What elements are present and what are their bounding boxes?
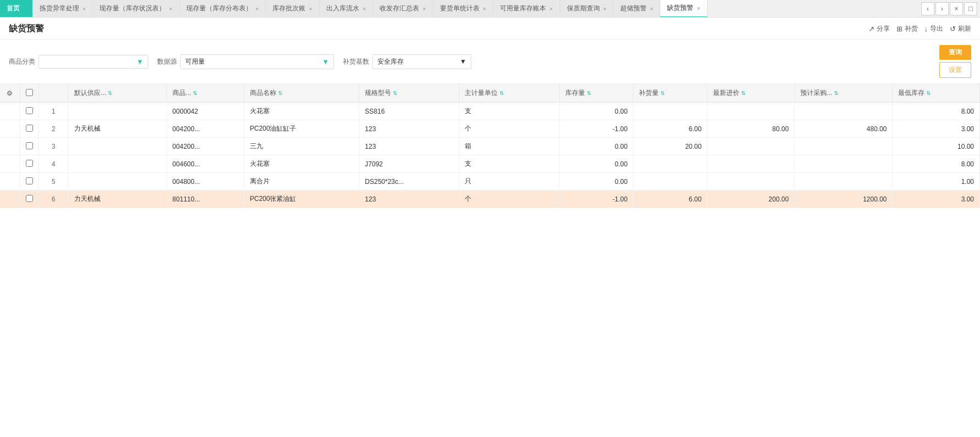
tab-expiry-query[interactable]: 保质期查询 ×	[560, 0, 614, 18]
tab-in-out-flow-close[interactable]: ×	[363, 5, 366, 12]
tab-batch-account[interactable]: 库存批次账 ×	[266, 0, 319, 18]
query-button[interactable]: 查询	[939, 45, 971, 60]
row-checkbox-0[interactable]	[26, 107, 33, 114]
select-all-checkbox[interactable]	[26, 89, 33, 96]
row-checkbox-cell-5[interactable]	[20, 191, 38, 208]
category-select[interactable]: ▼	[38, 55, 148, 69]
col-default-supplier[interactable]: 默认供应... ⇅	[69, 84, 166, 103]
tab-order-stats-close[interactable]: ×	[483, 5, 486, 12]
tab-overstock-close[interactable]: ×	[650, 5, 653, 12]
tab-batch-account-close[interactable]: ×	[309, 5, 312, 12]
table-container: ⚙ 默认供应... ⇅ 商品...	[0, 84, 980, 208]
tab-overstock[interactable]: 超储预警 ×	[614, 0, 660, 18]
datasource-chevron: ▼	[322, 58, 329, 66]
table-header-row: ⚙ 默认供应... ⇅ 商品...	[0, 84, 980, 103]
col-spec-sort: ⇅	[393, 90, 397, 96]
col-checkbox[interactable]	[20, 84, 38, 103]
export-button[interactable]: ↓ 导出	[925, 24, 944, 33]
row-checkbox-cell-1[interactable]	[20, 120, 38, 138]
col-replenish-qty[interactable]: 补货量 ⇅	[633, 84, 708, 103]
base-filter-group: 补货基数 安全库存 ▼	[343, 54, 471, 69]
col-stock-label: 库存量	[565, 88, 585, 98]
tab-inventory-dist-close[interactable]: ×	[255, 5, 259, 12]
row-spec-3: J7092	[359, 155, 459, 173]
col-unit[interactable]: 主计量单位 ⇅	[459, 84, 559, 103]
refresh-button[interactable]: ↺ 刷新	[950, 24, 971, 33]
row-checkbox-5[interactable]	[26, 195, 33, 202]
tab-collect-summary[interactable]: 收发存汇总表 ×	[373, 0, 433, 18]
table-body: 1 0000042 火花塞 SS816 支 0.00 8.00 2 力天机械 0…	[0, 103, 980, 208]
row-forecast-purchase-2	[794, 138, 892, 155]
share-button[interactable]: ↗ 分享	[868, 24, 890, 33]
tab-order-stats[interactable]: 要货单统计表 ×	[433, 0, 493, 18]
gear-icon: ⚙	[7, 89, 13, 97]
row-checkbox-cell-0[interactable]	[20, 103, 38, 120]
tab-close-btn[interactable]: ×	[950, 2, 963, 15]
row-supplier-0	[69, 103, 166, 120]
row-min-stock-2: 10.00	[893, 138, 980, 155]
row-num-0: 1	[38, 103, 69, 120]
col-spec[interactable]: 规格型号 ⇅	[359, 84, 459, 103]
replenish-button[interactable]: ⊞ 补货	[897, 24, 918, 33]
row-product-code-0: 0000042	[166, 103, 244, 120]
tab-inventory-status[interactable]: 现存量（库存状况表） ×	[93, 0, 179, 18]
row-stock-4: 0.00	[559, 173, 633, 191]
col-gear[interactable]: ⚙	[0, 84, 20, 103]
col-stock[interactable]: 库存量 ⇅	[559, 84, 633, 103]
datasource-value: 可用量	[185, 57, 205, 66]
row-product-code-2: 004200...	[166, 138, 244, 155]
row-checkbox-cell-3[interactable]	[20, 155, 38, 173]
row-latest-price-1: 80.00	[708, 120, 795, 138]
row-stock-5: -1.00	[559, 191, 633, 208]
row-spec-2: 123	[359, 138, 459, 155]
row-num-5: 6	[38, 191, 69, 208]
tab-available-ledger-close[interactable]: ×	[549, 5, 553, 12]
row-unit-5: 个	[459, 191, 559, 208]
col-forecast-purchase[interactable]: 预计采购... ⇅	[794, 84, 892, 103]
col-product-name[interactable]: 商品名称 ⇅	[244, 84, 359, 103]
row-checkbox-1[interactable]	[26, 125, 33, 132]
row-spec-0: SS816	[359, 103, 459, 120]
base-select[interactable]: 安全库存 ▼	[372, 54, 471, 69]
tab-bar: 首页 拣货异常处理 × 现存量（库存状况表） × 现存量（库存分布表） × 库存…	[0, 0, 980, 18]
tab-abnormal-label: 拣货异常处理	[40, 4, 79, 13]
tab-prev-btn[interactable]: ‹	[921, 2, 934, 15]
tab-abnormal[interactable]: 拣货异常处理 ×	[33, 0, 93, 18]
col-latest-price-sort: ⇅	[741, 90, 745, 96]
row-checkbox-3[interactable]	[26, 160, 33, 167]
tab-maximize-btn[interactable]: □	[964, 2, 977, 15]
tab-inventory-dist[interactable]: 现存量（库存分布表） ×	[180, 0, 266, 18]
tab-abnormal-close[interactable]: ×	[82, 5, 86, 12]
row-checkbox-4[interactable]	[26, 177, 33, 184]
row-product-code-1: 004200...	[166, 120, 244, 138]
tab-next-btn[interactable]: ›	[936, 2, 949, 15]
row-stock-1: -1.00	[559, 120, 633, 138]
datasource-select[interactable]: 可用量 ▼	[180, 54, 334, 69]
refresh-icon: ↺	[950, 25, 956, 33]
row-checkbox-2[interactable]	[26, 142, 33, 149]
col-min-stock[interactable]: 最低库存 ⇅	[893, 84, 980, 103]
table-row: 2 力天机械 004200... PC200油缸缸子 123 个 -1.00 6…	[0, 120, 980, 138]
col-product-name-sort: ⇅	[278, 90, 282, 96]
settings-button[interactable]: 设置	[939, 62, 971, 78]
col-latest-price[interactable]: 最新进价 ⇅	[708, 84, 795, 103]
main-content: 缺货预警 ↗ 分享 ⊞ 补货 ↓ 导出 ↺ 刷新 商品分类	[0, 18, 980, 437]
col-product-code[interactable]: 商品... ⇅	[166, 84, 244, 103]
tab-in-out-flow[interactable]: 出入库流水 ×	[320, 0, 373, 18]
row-checkbox-cell-2[interactable]	[20, 138, 38, 155]
col-forecast-purchase-label: 预计采购...	[800, 88, 832, 98]
col-replenish-qty-label: 补货量	[639, 88, 659, 98]
col-latest-price-label: 最新进价	[713, 88, 739, 98]
row-checkbox-cell-4[interactable]	[20, 173, 38, 191]
row-unit-2: 箱	[459, 138, 559, 155]
tab-home[interactable]: 首页	[0, 0, 33, 18]
col-product-code-sort: ⇅	[193, 90, 197, 96]
tab-collect-summary-close[interactable]: ×	[422, 5, 426, 12]
tab-shortage[interactable]: 缺货预警 ×	[660, 0, 707, 18]
tab-available-ledger[interactable]: 可用量库存账本 ×	[493, 0, 560, 18]
datasource-label: 数据源	[157, 57, 177, 66]
base-label: 补货基数	[343, 57, 369, 66]
tab-expiry-query-close[interactable]: ×	[603, 5, 606, 12]
tab-shortage-close[interactable]: ×	[697, 5, 700, 12]
tab-inventory-status-close[interactable]: ×	[169, 5, 172, 12]
